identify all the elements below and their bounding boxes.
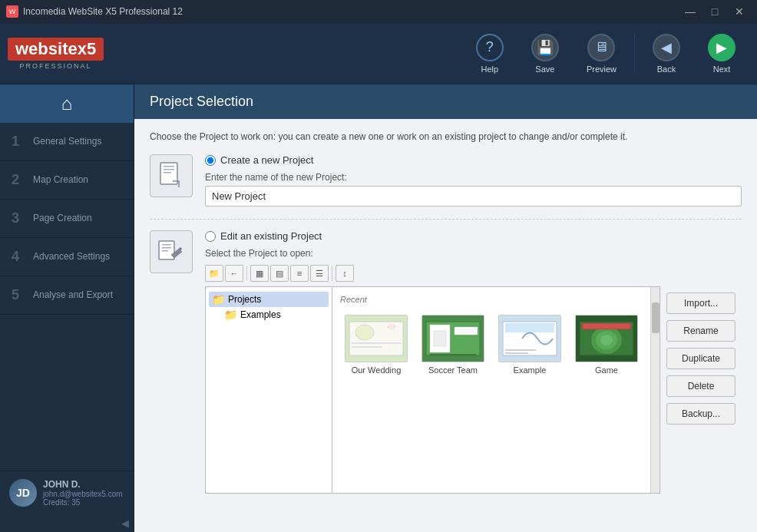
- toolbar-divider: [634, 35, 635, 73]
- page-title: Project Selection: [150, 94, 253, 109]
- app-logo: websitex5 PROFESSIONAL: [8, 38, 104, 70]
- file-label-soccer: Soccer Team: [428, 365, 478, 375]
- backup-button[interactable]: Backup...: [666, 403, 736, 425]
- tree-item-examples[interactable]: 📁 Examples: [221, 307, 329, 322]
- edit-option-label-row: Edit an existing Project: [205, 230, 742, 242]
- titlebar-title: Incomedia WebSite X5 Professional 12: [23, 6, 679, 17]
- file-item-example[interactable]: Example: [495, 312, 564, 378]
- svg-rect-3: [164, 172, 171, 173]
- minimize-button[interactable]: —: [679, 4, 702, 19]
- sidebar-num-3: 3: [12, 210, 25, 226]
- logo-subtitle: PROFESSIONAL: [8, 62, 104, 70]
- svg-rect-18: [434, 331, 446, 346]
- file-item-game[interactable]: Game: [572, 312, 641, 378]
- logo-text: websitex5: [8, 38, 104, 61]
- toolbar-mini-sep-2: [332, 266, 332, 281]
- sidebar-num-5: 5: [12, 287, 25, 303]
- preview-button[interactable]: 🖥 Preview: [573, 28, 630, 80]
- sidebar-item-general[interactable]: 1 General Settings: [0, 123, 134, 161]
- file-item-soccer[interactable]: Soccer Team: [418, 312, 488, 378]
- help-icon: ?: [476, 34, 504, 61]
- svg-rect-2: [164, 169, 174, 170]
- sort-button[interactable]: ↕: [336, 265, 354, 282]
- edit-project-content: Edit an existing Project Select the Proj…: [205, 230, 742, 494]
- sidebar-item-map[interactable]: 2 Map Creation: [0, 161, 134, 200]
- sidebar-label-general: General Settings: [33, 136, 101, 148]
- content-body: Choose the Project to work on: you can c…: [134, 119, 757, 532]
- nav-back-button[interactable]: ←: [225, 265, 243, 282]
- user-info: JOHN D. john.d@websitex5.com Credits: 35: [43, 479, 123, 507]
- edit-project-radio[interactable]: [205, 231, 216, 242]
- sidebar-label-page: Page Creation: [33, 213, 92, 225]
- svg-rect-26: [505, 352, 528, 354]
- sidebar-num-4: 4: [12, 249, 25, 265]
- user-avatar: JD: [9, 479, 37, 507]
- sidebar-collapse-button[interactable]: ◀: [0, 514, 134, 532]
- sidebar-num-1: 1: [12, 134, 25, 150]
- folder-icon-examples: 📁: [224, 309, 237, 321]
- help-button[interactable]: ? Help: [462, 28, 517, 80]
- app-icon: W: [6, 5, 18, 18]
- sidebar: ⌂ 1 General Settings 2 Map Creation 3 Pa…: [0, 84, 134, 532]
- import-button[interactable]: Import...: [666, 292, 736, 314]
- edit-project-option: Edit an existing Project Select the Proj…: [150, 230, 742, 494]
- user-credits: Credits: 35: [43, 498, 123, 507]
- user-email: john.d@websitex5.com: [43, 490, 123, 498]
- delete-button[interactable]: Delete: [666, 375, 736, 397]
- duplicate-button[interactable]: Duplicate: [666, 348, 736, 369]
- create-option-label-row: Create a new Project: [205, 154, 742, 166]
- svg-rect-21: [430, 354, 476, 355]
- sidebar-item-analyse[interactable]: 5 Analyse and Export: [0, 276, 134, 315]
- save-icon: 💾: [531, 34, 559, 61]
- folder-nav-button[interactable]: 📁: [205, 265, 223, 282]
- file-tree: 📁 Projects 📁 Examples: [206, 287, 332, 493]
- sidebar-home-button[interactable]: ⌂: [0, 84, 134, 123]
- view-list-button[interactable]: ☰: [310, 265, 329, 282]
- svg-rect-24: [505, 323, 554, 332]
- view-medium-button[interactable]: ▤: [270, 265, 289, 282]
- home-icon: ⌂: [61, 93, 73, 114]
- file-label-game: Game: [595, 365, 618, 375]
- file-browser-label: Select the Project to open:: [205, 248, 742, 259]
- file-action-panel: Import... Rename Duplicate Delete Backup…: [660, 286, 742, 431]
- edit-project-icon: [150, 230, 193, 273]
- svg-point-14: [388, 324, 395, 330]
- view-small-button[interactable]: ≡: [290, 265, 309, 282]
- edit-project-title: Edit an existing Project: [220, 230, 322, 242]
- sidebar-label-advanced: Advanced Settings: [33, 251, 110, 263]
- sidebar-label-analyse: Analyse and Export: [33, 289, 113, 302]
- thumbnail-game: [575, 315, 638, 362]
- next-button[interactable]: ▶ Next: [694, 28, 749, 80]
- file-grid-scrollbar[interactable]: [650, 287, 659, 493]
- rename-button[interactable]: Rename: [666, 320, 736, 342]
- save-label: Save: [535, 64, 554, 74]
- tree-item-projects[interactable]: 📁 Projects: [209, 292, 329, 307]
- view-large-button[interactable]: ▦: [250, 265, 269, 282]
- sidebar-item-page[interactable]: 3 Page Creation: [0, 200, 134, 238]
- svg-rect-7: [162, 247, 171, 249]
- tree-label-projects: Projects: [228, 294, 261, 305]
- next-label: Next: [713, 64, 731, 74]
- maximize-button[interactable]: □: [703, 4, 726, 19]
- thumbnail-wedding: [345, 315, 408, 362]
- titlebar: W Incomedia WebSite X5 Professional 12 —…: [0, 0, 757, 23]
- scrollbar-thumb[interactable]: [652, 302, 659, 333]
- svg-rect-6: [162, 244, 171, 246]
- file-item-wedding[interactable]: Our Wedding: [342, 312, 411, 378]
- sidebar-item-advanced[interactable]: 4 Advanced Settings: [0, 238, 134, 276]
- back-button[interactable]: ◀ Back: [639, 28, 694, 80]
- thumbnail-soccer: [421, 315, 484, 362]
- svg-rect-25: [505, 349, 536, 351]
- close-button[interactable]: ✕: [728, 4, 751, 19]
- svg-point-31: [600, 335, 613, 345]
- thumbnail-example: [498, 315, 561, 362]
- file-label-example: Example: [514, 365, 547, 375]
- main-toolbar: websitex5 PROFESSIONAL ? Help 💾 Save 🖥 P…: [0, 23, 757, 84]
- file-grid-label: Recent: [339, 293, 644, 309]
- preview-icon: 🖥: [587, 34, 615, 61]
- create-project-radio[interactable]: [205, 155, 216, 166]
- back-label: Back: [657, 64, 676, 74]
- new-project-name-input[interactable]: [205, 186, 742, 207]
- main-layout: ⌂ 1 General Settings 2 Map Creation 3 Pa…: [0, 84, 757, 532]
- save-button[interactable]: 💾 Save: [517, 28, 573, 80]
